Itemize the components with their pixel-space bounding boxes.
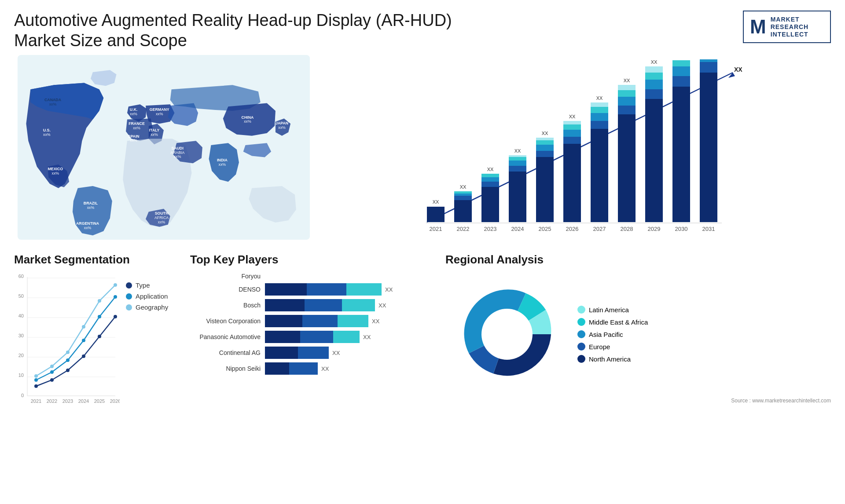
svg-text:10: 10 (18, 373, 24, 378)
svg-text:xx%: xx% (52, 171, 59, 175)
svg-point-130 (66, 369, 70, 372)
svg-text:30: 30 (18, 333, 24, 338)
geography-dot (126, 304, 132, 310)
svg-text:ITALY: ITALY (149, 128, 160, 132)
seg-chart-wrap: 0 10 20 30 40 50 60 2021 (14, 273, 181, 422)
svg-rect-86 (645, 66, 663, 73)
player-bar-panasonic (265, 331, 360, 343)
mea-label: Middle East & Africa (589, 318, 648, 326)
svg-point-136 (66, 358, 70, 362)
svg-rect-70 (591, 129, 608, 222)
player-row-nippon: Nippon Seiki XX (190, 362, 437, 375)
svg-rect-42 (454, 200, 472, 222)
bar-seg-2 (307, 283, 346, 296)
legend-europe: Europe (577, 343, 648, 351)
player-bar-nippon (265, 362, 318, 375)
svg-rect-50 (481, 174, 499, 177)
bar-seg-1 (265, 362, 289, 375)
seg-legend: Type Application Geography (126, 281, 168, 311)
svg-rect-91 (672, 60, 690, 66)
svg-point-132 (98, 335, 101, 338)
svg-rect-94 (700, 59, 717, 62)
svg-text:0: 0 (21, 393, 24, 398)
svg-text:xx%: xx% (156, 112, 163, 116)
svg-rect-82 (645, 99, 663, 222)
svg-text:XX: XX (651, 59, 658, 65)
svg-rect-84 (645, 80, 663, 89)
main-content: CANADA xx% U.S. xx% MEXICO xx% BRAZIL xx… (0, 51, 845, 451)
svg-text:ARABIA: ARABIA (170, 150, 184, 155)
regional-wrap: Latin America Middle East & Africa Asia … (445, 273, 831, 396)
svg-text:XX: XX (569, 114, 576, 119)
europe-label: Europe (589, 343, 610, 351)
page-title: Automotive Augmented Reality Head-up Dis… (14, 11, 452, 51)
legend-geography: Geography (126, 303, 168, 311)
title-block: Automotive Augmented Reality Head-up Dis… (14, 11, 452, 51)
player-row-panasonic: Panasonic Automotive XX (190, 331, 437, 343)
svg-point-129 (50, 378, 54, 382)
svg-point-141 (50, 365, 54, 368)
europe-dot (577, 343, 585, 351)
svg-text:JAPAN: JAPAN (276, 121, 288, 125)
svg-rect-93 (700, 62, 717, 73)
svg-text:xx%: xx% (151, 132, 158, 137)
svg-text:U.K.: U.K. (130, 107, 138, 112)
svg-point-131 (82, 354, 85, 358)
svg-rect-36 (427, 207, 445, 222)
svg-rect-79 (618, 90, 636, 97)
svg-rect-56 (509, 155, 526, 157)
player-row-denso: DENSO XX (190, 283, 437, 296)
svg-text:2026: 2026 (110, 398, 120, 404)
svg-rect-61 (536, 140, 554, 145)
regional-legend: Latin America Middle East & Africa Asia … (577, 306, 648, 363)
player-name-nippon: Nippon Seiki (190, 365, 261, 372)
player-row-visteon: Visteon Corporation XX (190, 315, 437, 327)
svg-rect-49 (481, 177, 499, 182)
svg-point-134 (34, 378, 38, 382)
svg-text:XX: XX (433, 199, 439, 205)
bar-seg-2 (298, 347, 329, 359)
player-bar-wrap-visteon: XX (265, 315, 437, 327)
bar-seg-2 (305, 299, 342, 311)
player-val-nippon: XX (321, 365, 329, 372)
svg-text:2023: 2023 (484, 226, 497, 232)
segmentation-chart: 0 10 20 30 40 50 60 2021 (14, 273, 120, 422)
svg-text:2025: 2025 (539, 226, 551, 232)
svg-text:40: 40 (18, 313, 24, 318)
header: Automotive Augmented Reality Head-up Dis… (0, 0, 845, 51)
player-bar-wrap-panasonic: XX (265, 331, 437, 343)
player-val-panasonic: XX (363, 334, 371, 340)
player-bar-wrap-nippon: XX (265, 362, 437, 375)
player-bar-wrap-bosch: XX (265, 299, 437, 311)
svg-rect-72 (591, 113, 608, 121)
svg-text:XX: XX (596, 95, 603, 101)
svg-rect-71 (591, 121, 608, 129)
svg-rect-74 (591, 102, 608, 107)
svg-text:INDIA: INDIA (217, 158, 228, 162)
svg-rect-54 (509, 161, 526, 166)
player-bar-denso (265, 283, 382, 296)
svg-point-140 (34, 374, 38, 378)
svg-point-145 (114, 283, 117, 287)
svg-text:2029: 2029 (648, 226, 661, 232)
svg-text:ARGENTINA: ARGENTINA (76, 221, 99, 226)
world-map: CANADA xx% U.S. xx% MEXICO xx% BRAZIL xx… (14, 55, 313, 240)
player-bar-visteon (265, 315, 368, 327)
player-bar-bosch (265, 299, 375, 311)
svg-text:xx%: xx% (49, 102, 57, 106)
svg-text:2026: 2026 (566, 226, 579, 232)
bar-seg-3 (338, 315, 368, 327)
la-dot (577, 306, 585, 314)
svg-rect-78 (618, 97, 636, 106)
bar-seg-3 (346, 283, 382, 296)
svg-point-139 (114, 295, 117, 299)
svg-rect-76 (618, 114, 636, 222)
segmentation-title: Market Segmentation (14, 253, 181, 267)
svg-rect-58 (536, 157, 554, 222)
svg-point-135 (50, 370, 54, 374)
svg-rect-67 (563, 124, 581, 130)
svg-text:2025: 2025 (94, 398, 105, 404)
svg-rect-90 (672, 66, 690, 76)
svg-text:2028: 2028 (621, 226, 633, 232)
svg-text:xx%: xx% (244, 120, 251, 124)
